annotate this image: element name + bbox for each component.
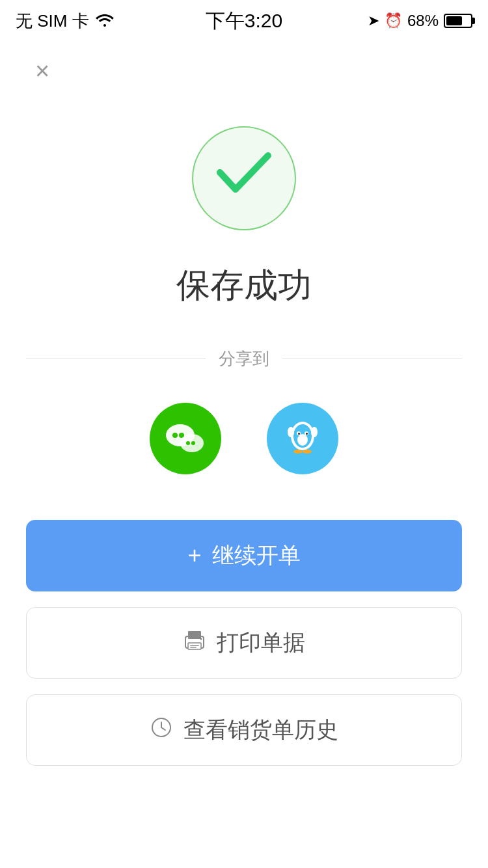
battery-icon xyxy=(444,14,472,28)
success-title: 保存成功 xyxy=(176,263,312,308)
divider-right xyxy=(282,359,462,359)
print-button[interactable]: 打印单据 xyxy=(26,607,462,679)
wechat-icon xyxy=(165,421,207,457)
wifi-icon xyxy=(96,11,114,31)
svg-rect-21 xyxy=(188,643,201,649)
alarm-icon: ⏰ xyxy=(385,12,402,29)
svg-rect-20 xyxy=(188,631,201,639)
svg-point-1 xyxy=(172,433,178,438)
status-time: 下午3:20 xyxy=(206,8,282,34)
svg-point-24 xyxy=(200,638,202,640)
close-icon: × xyxy=(35,59,49,83)
svg-point-16 xyxy=(303,450,312,454)
action-buttons: + 继续开单 打印单据 xyxy=(26,520,462,766)
status-left: 无 SIM 卡 xyxy=(16,10,114,33)
checkmark-icon xyxy=(215,149,273,204)
close-button-area: × xyxy=(26,55,462,87)
success-circle xyxy=(192,126,296,230)
divider-left xyxy=(26,359,206,359)
svg-rect-22 xyxy=(190,645,199,646)
continue-plus-icon: + xyxy=(187,542,201,569)
svg-point-5 xyxy=(191,441,195,445)
svg-point-4 xyxy=(186,441,190,445)
status-right: ➤ ⏰ 68% xyxy=(368,12,472,30)
qq-icon xyxy=(285,418,321,460)
continue-button[interactable]: + 继续开单 xyxy=(26,520,462,591)
qq-share-button[interactable] xyxy=(267,403,338,474)
print-icon xyxy=(183,629,206,657)
svg-point-15 xyxy=(293,450,303,454)
location-icon: ➤ xyxy=(368,12,379,29)
svg-point-12 xyxy=(306,433,308,435)
svg-rect-23 xyxy=(190,647,197,648)
svg-point-17 xyxy=(288,427,294,437)
battery-percent: 68% xyxy=(407,12,439,30)
divider-section: 分享到 xyxy=(26,347,462,370)
history-button[interactable]: 查看销货单历史 xyxy=(26,694,462,766)
svg-point-18 xyxy=(311,427,318,437)
share-label: 分享到 xyxy=(219,347,269,370)
print-label: 打印单据 xyxy=(217,628,305,658)
wechat-share-button[interactable] xyxy=(150,403,221,474)
history-icon xyxy=(150,716,173,744)
continue-label: 继续开单 xyxy=(212,541,301,571)
page-content: × 保存成功 分享到 xyxy=(0,42,488,766)
share-icons xyxy=(150,403,338,474)
svg-point-11 xyxy=(298,433,300,435)
history-label: 查看销货单历史 xyxy=(183,715,338,745)
status-bar: 无 SIM 卡 下午3:20 ➤ ⏰ 68% xyxy=(0,0,488,42)
sim-text: 无 SIM 卡 xyxy=(16,10,89,33)
svg-point-14 xyxy=(297,434,308,446)
close-button[interactable]: × xyxy=(26,55,59,87)
